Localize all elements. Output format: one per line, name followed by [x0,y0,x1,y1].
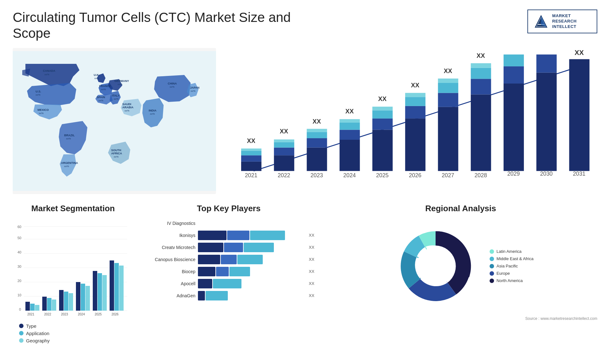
kp-bars-1 [198,231,306,240]
svg-rect-39 [405,97,425,106]
svg-rect-21 [307,132,327,138]
svg-text:2026: 2026 [409,172,422,179]
bar-2023: XX 2023 [307,118,327,179]
uk-pct: xx% [94,77,99,80]
svg-rect-81 [35,305,39,311]
svg-rect-46 [438,78,458,83]
saudi-pct: xx% [125,109,129,112]
legend-type-label: Type [26,323,37,329]
segmentation-legend: Type Application Geography [13,323,133,343]
svg-rect-88 [64,292,68,311]
svg-text:XX: XX [280,128,288,135]
svg-text:2022: 2022 [44,313,51,316]
spain-pct: xx% [98,99,103,102]
kp-bar-6-1 [198,291,205,300]
svg-rect-16 [274,139,294,142]
svg-text:XX: XX [378,95,386,102]
svg-rect-57 [504,54,524,66]
legend-type: Type [19,323,133,329]
kp-bars-5 [198,279,306,288]
svg-rect-45 [438,83,458,93]
kp-label-5: Apocell [140,281,195,286]
kp-label-2: Creatv Microtech [140,245,195,250]
japan-label: JAPAN [190,86,200,89]
svg-rect-26 [340,130,360,139]
kp-bar-4-2 [216,267,229,276]
legend-geography-dot [19,338,24,343]
mexico-pct: xx% [39,112,44,115]
kp-label-3: Canopus Bioscience [140,257,195,262]
svg-rect-31 [372,130,393,171]
svg-text:20: 20 [17,279,21,283]
svg-text:2029: 2029 [507,171,520,177]
kp-row-4: Biocep XX [140,267,318,276]
svg-rect-83 [42,297,47,311]
canada-pct: xx% [44,73,49,76]
world-map-svg: CANADA xx% U.S. xx% MEXICO xx% BRAZIL xx… [13,48,216,194]
svg-rect-97 [102,275,107,311]
kp-bar-5-2 [213,279,241,288]
legend-type-dot [19,324,24,328]
us-label: U.S. [36,90,41,93]
svg-rect-7 [241,162,261,171]
kp-bar-5-1 [198,279,212,288]
kp-bar-2-1 [198,243,223,252]
bar-2031: 2031 XX [569,48,590,177]
svg-rect-92 [81,284,85,311]
legend-ap-label: Asia Pacific [497,264,518,268]
uk-label: U.K. [94,73,99,77]
china-label: CHINA [168,82,177,85]
kp-bars-4 [198,267,306,276]
kp-bars-0 [198,219,306,228]
svg-rect-15 [274,142,294,148]
svg-rect-8 [241,155,261,162]
legend-europe: Europe [490,271,533,276]
kp-label-6: AdnaGen [140,293,195,298]
svg-rect-10 [241,148,261,151]
svg-text:2023: 2023 [61,313,68,316]
regional-title: Regional Analysis [324,204,597,213]
svg-rect-37 [405,118,425,171]
bar-2029: 2029 [504,54,524,177]
svg-rect-40 [405,93,425,97]
svg-rect-96 [98,273,102,311]
svg-rect-34 [372,107,393,111]
svg-rect-62 [569,59,590,171]
kp-row-0: IV Diagnostics [140,219,318,228]
svg-rect-52 [471,63,491,68]
svg-rect-87 [59,290,64,311]
kp-bar-3-1 [198,255,220,264]
key-players-table: IV Diagnostics Ikonisys XX Crea [140,219,318,300]
italy-pct: xx% [114,98,119,100]
donut-legend: Latin America Middle East & Africa Asia … [490,249,533,283]
svg-point-103 [417,247,455,285]
legend-la-dot [490,249,494,254]
kp-row-2: Creatv Microtech XX [140,243,318,252]
svg-rect-49 [471,94,491,171]
kp-xx-5: XX [309,281,318,286]
kp-label-4: Biocep [140,269,195,274]
legend-mea: Middle East & Africa [490,256,533,261]
svg-rect-19 [307,147,327,171]
france-label: FRANCE [99,84,111,88]
kp-bars-6 [198,291,306,300]
kp-xx-2: XX [309,245,318,250]
legend-na-label: North America [497,278,523,283]
donut-wrap: Latin America Middle East & Africa Asia … [324,219,597,314]
svg-rect-84 [47,298,51,311]
logo-text: MARKET RESEARCH INTELLECT [552,13,577,30]
source-text: Source : www.marketresearchintellect.com [324,316,597,321]
segmentation-panel: Market Segmentation 0 10 20 30 40 50 60 [13,204,133,359]
svg-text:40: 40 [17,250,21,254]
legend-application: Application [19,331,133,336]
kp-bar-1-1 [198,231,227,240]
svg-text:60: 60 [17,225,21,229]
kp-row-3: Canopus Bioscience XX [140,255,318,264]
mexico-label: MEXICO [37,108,49,111]
svg-rect-51 [471,68,491,79]
svg-rect-9 [241,151,261,155]
kp-row-5: Apocell XX [140,279,318,288]
india-label: INDIA [149,109,157,112]
spain-label: SPAIN [97,96,105,99]
regional-panel: Regional Analysis [324,204,597,359]
